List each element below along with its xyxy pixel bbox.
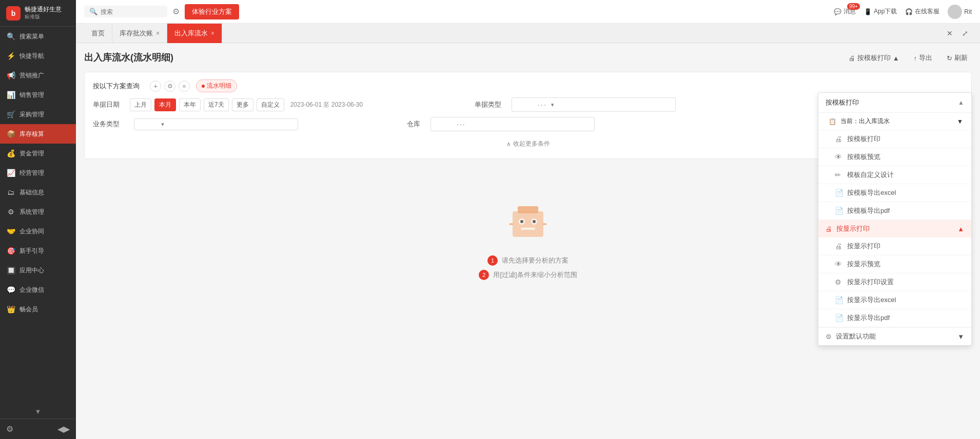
tab-close-button[interactable]: ✕ bbox=[943, 27, 956, 40]
tab-home[interactable]: 首页 bbox=[84, 24, 112, 43]
date-btn-this-year[interactable]: 本年 bbox=[179, 98, 201, 111]
date-btn-7days[interactable]: 近7天 bbox=[204, 98, 229, 111]
dropdown-template-export-pdf[interactable]: 📄 按模板导出pdf bbox=[818, 202, 971, 220]
tab-flow[interactable]: 出入库流水 × bbox=[167, 24, 222, 43]
username: Rit bbox=[964, 8, 972, 15]
dropdown-collapse-icon[interactable]: ▲ bbox=[958, 99, 964, 106]
dropdown-template-export-excel[interactable]: 📄 按模板导出excel bbox=[818, 184, 971, 202]
bill-type-select[interactable]: ··· ▼ bbox=[512, 97, 676, 112]
sidebar-item-collab[interactable]: 🤝 企业协同 bbox=[0, 222, 76, 241]
app-name: 畅捷通好生意 bbox=[25, 6, 62, 14]
filter-add-button[interactable]: + bbox=[150, 81, 161, 92]
app-download-button[interactable]: 📱 App下载 bbox=[864, 7, 897, 16]
print-label: 按模板打印 bbox=[857, 53, 891, 63]
basic-icon: 🗂 bbox=[6, 188, 15, 197]
filter-row-header: 按以下方案查询 + ⚙ « 流水明细 bbox=[93, 79, 963, 92]
bill-type-label: 单据类型 bbox=[475, 100, 501, 109]
sidebar-item-purchase[interactable]: 🛒 采购管理 bbox=[0, 105, 76, 124]
warehouse-select[interactable]: ··· bbox=[430, 117, 595, 131]
finance-icon: 💰 bbox=[6, 149, 15, 158]
sidebar-item-marketing[interactable]: 📢 营销推广 bbox=[0, 66, 76, 85]
customer-service-button[interactable]: 🎧 在线客服 bbox=[905, 7, 939, 16]
app-download-label: App下载 bbox=[874, 7, 897, 16]
date-btn-last-month[interactable]: 上月 bbox=[130, 98, 151, 111]
dropdown-title: 按模板打印 bbox=[826, 98, 859, 107]
sidebar-scroll-down[interactable]: ▼ bbox=[0, 405, 76, 418]
tab-batch-close-icon[interactable]: × bbox=[156, 30, 160, 37]
sidebar-item-system[interactable]: ⚙ 系统管理 bbox=[0, 202, 76, 222]
sidebar-item-label: 搜索菜单 bbox=[19, 32, 44, 41]
user-profile[interactable]: Rit bbox=[948, 5, 972, 19]
inventory-icon: 📦 bbox=[6, 129, 15, 138]
dropdown-template-custom[interactable]: ✏ 模板自定义设计 bbox=[818, 166, 971, 184]
sidebar-item-basic[interactable]: 🗂 基础信息 bbox=[0, 183, 76, 202]
template-export-excel-label: 按模板导出excel bbox=[847, 188, 896, 197]
dropdown-footer-set-default[interactable]: ⚙ 设置默认功能 ▼ bbox=[818, 327, 971, 345]
apps-icon: 🔲 bbox=[6, 266, 15, 275]
dropdown-display-print-settings[interactable]: ⚙ 按显示打印设置 bbox=[818, 273, 971, 291]
settings-icon[interactable]: ⚙ bbox=[6, 424, 13, 434]
date-btn-more[interactable]: 更多 bbox=[232, 98, 253, 111]
sidebar-item-wechat[interactable]: 💬 企业微信 bbox=[0, 280, 76, 300]
sidebar-item-finance[interactable]: 💰 资金管理 bbox=[0, 144, 76, 163]
sidebar-item-label: 基础信息 bbox=[19, 188, 44, 197]
trial-button[interactable]: 体验行业方案 bbox=[185, 4, 239, 19]
dropdown-current-icon: 📋 bbox=[829, 118, 836, 125]
sidebar-item-inventory[interactable]: 📦 库存核算 bbox=[0, 124, 76, 144]
display-print-settings-label: 按显示打印设置 bbox=[847, 277, 894, 287]
export-button[interactable]: ↑ 导出 bbox=[910, 51, 937, 65]
sidebar-item-label: 营销推广 bbox=[19, 71, 44, 80]
tab-expand-button[interactable]: ⤢ bbox=[958, 27, 972, 40]
message-button[interactable]: 💬 消息 99+ bbox=[834, 7, 856, 16]
export-label: 导出 bbox=[919, 53, 932, 63]
select-chevron-down-icon: ▼ bbox=[550, 102, 555, 108]
search-input[interactable] bbox=[101, 8, 162, 15]
print-button[interactable]: 🖨 按模板打印 ▲ bbox=[845, 51, 904, 65]
display-export-pdf-label: 按显示导出pdf bbox=[847, 313, 890, 323]
topbar-gear-icon[interactable]: ⚙ bbox=[172, 7, 180, 16]
members-icon: 👑 bbox=[6, 305, 15, 314]
refresh-button[interactable]: ↻ 刷新 bbox=[943, 51, 972, 65]
template-print-icon: 🖨 bbox=[835, 135, 843, 143]
date-btn-custom[interactable]: 自定义 bbox=[257, 98, 284, 111]
collapse-sidebar-icon[interactable]: ◀▶ bbox=[57, 424, 70, 434]
tab-flow-close-icon[interactable]: × bbox=[211, 30, 214, 37]
sidebar-item-quicknav[interactable]: ⚡ 快捷导航 bbox=[0, 46, 76, 66]
dropdown-display-preview[interactable]: 👁 按显示预览 bbox=[818, 255, 971, 273]
sidebar-item-sales[interactable]: 📊 销售管理 bbox=[0, 85, 76, 105]
dropdown-current-item[interactable]: 📋 当前：出入库流水 ▼ bbox=[818, 113, 971, 130]
svg-point-5 bbox=[533, 220, 536, 223]
filter-gear-button[interactable]: ⚙ bbox=[164, 81, 175, 92]
refresh-label: 刷新 bbox=[954, 53, 968, 63]
tab-batch[interactable]: 库存批次账 × bbox=[112, 24, 167, 43]
sidebar-item-label: 快捷导航 bbox=[19, 52, 44, 61]
filter-tag[interactable]: 流水明细 bbox=[196, 79, 237, 92]
operations-icon: 📈 bbox=[6, 168, 15, 177]
dropdown-template-print[interactable]: 🖨 按模板打印 bbox=[818, 130, 971, 148]
sidebar-item-label: 企业协同 bbox=[19, 227, 44, 236]
dropdown-template-preview[interactable]: 👁 按模板预览 bbox=[818, 148, 971, 166]
sidebar-item-label: 资金管理 bbox=[19, 149, 44, 158]
filter-collapse-button[interactable]: « bbox=[179, 81, 190, 92]
dropdown-display-print[interactable]: 🖨 按显示打印 bbox=[818, 237, 971, 255]
tabbar-right-actions: ✕ ⤢ bbox=[943, 27, 972, 40]
sidebar-item-label: 系统管理 bbox=[19, 208, 44, 216]
topbar-search-box[interactable]: 🔍 bbox=[84, 6, 167, 17]
dropdown-display-export-pdf[interactable]: 📄 按显示导出pdf bbox=[818, 309, 971, 327]
sidebar-item-members[interactable]: 👑 畅会员 bbox=[0, 300, 76, 319]
sidebar-item-guide[interactable]: 🎯 新手引导 bbox=[0, 241, 76, 261]
warehouse-dots: ··· bbox=[457, 120, 466, 128]
date-btn-this-month[interactable]: 本月 bbox=[154, 98, 176, 111]
message-icon: 💬 bbox=[834, 8, 841, 15]
sidebar-item-search[interactable]: 🔍 搜索菜单 bbox=[0, 27, 76, 46]
sidebar-item-operations[interactable]: 📈 经营管理 bbox=[0, 163, 76, 183]
dropdown-display-section[interactable]: 🖨 按显示打印 ▲ bbox=[818, 220, 971, 237]
sidebar-item-apps[interactable]: 🔲 应用中心 bbox=[0, 261, 76, 280]
page-title: 出入库流水(流水明细) bbox=[84, 51, 972, 64]
export-icon: ↑ bbox=[914, 54, 917, 62]
dropdown-display-export-excel[interactable]: 📄 按显示导出excel bbox=[818, 291, 971, 309]
business-type-select[interactable]: ▼ bbox=[134, 118, 298, 130]
marketing-icon: 📢 bbox=[6, 71, 15, 80]
topbar-right: 💬 消息 99+ 📱 App下载 🎧 在线客服 Rit bbox=[834, 5, 972, 19]
message-badge: 99+ bbox=[847, 3, 860, 10]
